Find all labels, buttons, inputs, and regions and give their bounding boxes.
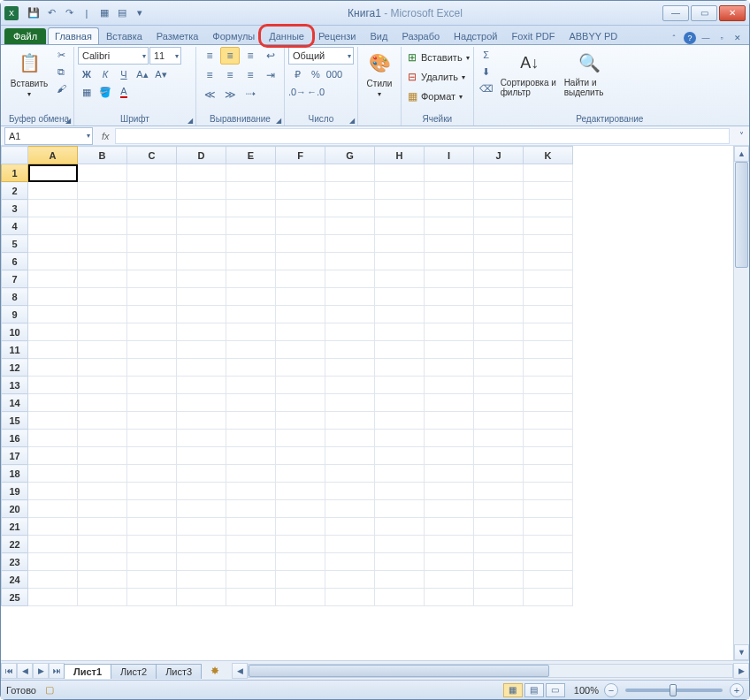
cell[interactable] bbox=[127, 323, 177, 341]
cell[interactable] bbox=[325, 200, 375, 217]
cell[interactable] bbox=[474, 518, 524, 536]
cell[interactable] bbox=[325, 571, 375, 589]
cell[interactable] bbox=[78, 553, 127, 571]
cell[interactable] bbox=[127, 465, 177, 483]
cell[interactable] bbox=[325, 447, 375, 465]
cell[interactable] bbox=[425, 394, 474, 412]
cell[interactable] bbox=[425, 341, 474, 359]
cell[interactable] bbox=[325, 500, 375, 518]
cell[interactable] bbox=[474, 235, 524, 253]
cell[interactable] bbox=[474, 571, 524, 589]
cell[interactable] bbox=[524, 447, 573, 465]
row-header[interactable]: 13 bbox=[2, 377, 28, 394]
ribbon-minimize-icon[interactable]: ˆ bbox=[668, 32, 680, 44]
comma-icon[interactable]: 000 bbox=[325, 66, 343, 82]
cell[interactable] bbox=[425, 589, 474, 606]
cell[interactable] bbox=[78, 288, 127, 306]
sheet-tab[interactable]: Лист3 bbox=[156, 664, 202, 679]
cell[interactable] bbox=[474, 412, 524, 430]
cell[interactable] bbox=[474, 589, 524, 606]
cell[interactable] bbox=[524, 589, 573, 606]
cell[interactable] bbox=[425, 200, 474, 217]
cut-icon[interactable]: ✂ bbox=[52, 47, 70, 63]
cell[interactable] bbox=[325, 217, 375, 235]
h-scroll-track[interactable] bbox=[248, 664, 733, 678]
cell[interactable] bbox=[177, 359, 226, 377]
cell[interactable] bbox=[325, 359, 375, 377]
cell[interactable] bbox=[325, 430, 375, 447]
fx-label[interactable]: fx bbox=[96, 131, 115, 141]
cell[interactable] bbox=[276, 288, 325, 306]
doc-close-icon[interactable]: ✕ bbox=[731, 32, 744, 44]
cell[interactable] bbox=[425, 288, 474, 306]
cell[interactable] bbox=[127, 253, 177, 270]
cell[interactable] bbox=[226, 359, 276, 377]
cell[interactable] bbox=[127, 553, 177, 571]
select-all-corner[interactable] bbox=[2, 147, 28, 164]
tab-addins[interactable]: Надстрой bbox=[447, 27, 504, 44]
row-header[interactable]: 2 bbox=[2, 182, 28, 200]
cell[interactable] bbox=[177, 235, 226, 253]
cell[interactable] bbox=[177, 253, 226, 270]
save-icon[interactable]: 💾 bbox=[26, 5, 42, 21]
cell[interactable] bbox=[524, 571, 573, 589]
cell[interactable] bbox=[226, 306, 276, 323]
cell[interactable] bbox=[28, 253, 78, 270]
fill-icon[interactable]: ⬇ bbox=[478, 64, 495, 80]
vertical-scrollbar[interactable]: ▲ ▼ bbox=[733, 146, 749, 660]
cell[interactable] bbox=[524, 217, 573, 235]
tab-file[interactable]: Файл bbox=[4, 28, 46, 44]
cell[interactable] bbox=[375, 341, 425, 359]
percent-icon[interactable]: % bbox=[307, 66, 325, 82]
cell[interactable] bbox=[325, 412, 375, 430]
bold-button[interactable]: Ж bbox=[78, 66, 96, 82]
align-center-icon[interactable]: ≡ bbox=[220, 66, 240, 84]
cell[interactable] bbox=[425, 164, 474, 182]
close-button[interactable] bbox=[719, 5, 746, 21]
font-dialog-icon[interactable]: ◢ bbox=[186, 116, 195, 125]
copy-icon[interactable]: ⧉ bbox=[52, 64, 70, 80]
cell[interactable] bbox=[474, 553, 524, 571]
redo-icon[interactable]: ↷ bbox=[61, 5, 77, 21]
cell[interactable] bbox=[524, 164, 573, 182]
col-header[interactable]: D bbox=[177, 147, 226, 164]
cell[interactable] bbox=[276, 306, 325, 323]
cell[interactable] bbox=[177, 341, 226, 359]
cell[interactable] bbox=[127, 536, 177, 553]
sort-filter-button[interactable]: A↓ Сортировка и фильтр bbox=[501, 47, 559, 97]
cell[interactable] bbox=[78, 394, 127, 412]
cell[interactable] bbox=[524, 394, 573, 412]
cell[interactable] bbox=[226, 430, 276, 447]
cell[interactable] bbox=[28, 359, 78, 377]
cell[interactable] bbox=[425, 323, 474, 341]
cell[interactable] bbox=[78, 465, 127, 483]
cell[interactable] bbox=[226, 235, 276, 253]
cell[interactable] bbox=[127, 200, 177, 217]
col-header[interactable]: I bbox=[425, 147, 474, 164]
increase-indent-icon[interactable]: ≫ bbox=[220, 86, 240, 103]
cell[interactable] bbox=[524, 306, 573, 323]
cell[interactable] bbox=[276, 217, 325, 235]
increase-decimal-icon[interactable]: .0→ bbox=[288, 84, 306, 100]
cell[interactable] bbox=[177, 217, 226, 235]
cell[interactable] bbox=[276, 430, 325, 447]
row-header[interactable]: 23 bbox=[2, 553, 28, 571]
zoom-thumb[interactable] bbox=[670, 684, 677, 696]
cell[interactable] bbox=[474, 377, 524, 394]
tab-dev[interactable]: Разрабо bbox=[394, 27, 447, 44]
cell[interactable] bbox=[474, 323, 524, 341]
cell[interactable] bbox=[524, 377, 573, 394]
cell[interactable] bbox=[474, 430, 524, 447]
cell[interactable] bbox=[127, 235, 177, 253]
undo-icon[interactable]: ↶ bbox=[43, 5, 59, 21]
cell[interactable] bbox=[474, 394, 524, 412]
cell[interactable] bbox=[375, 377, 425, 394]
cell[interactable] bbox=[226, 253, 276, 270]
cell[interactable] bbox=[474, 288, 524, 306]
cell[interactable] bbox=[226, 323, 276, 341]
cell[interactable] bbox=[78, 253, 127, 270]
cell[interactable] bbox=[375, 306, 425, 323]
cell[interactable] bbox=[78, 518, 127, 536]
cell[interactable] bbox=[78, 341, 127, 359]
cell[interactable] bbox=[226, 589, 276, 606]
